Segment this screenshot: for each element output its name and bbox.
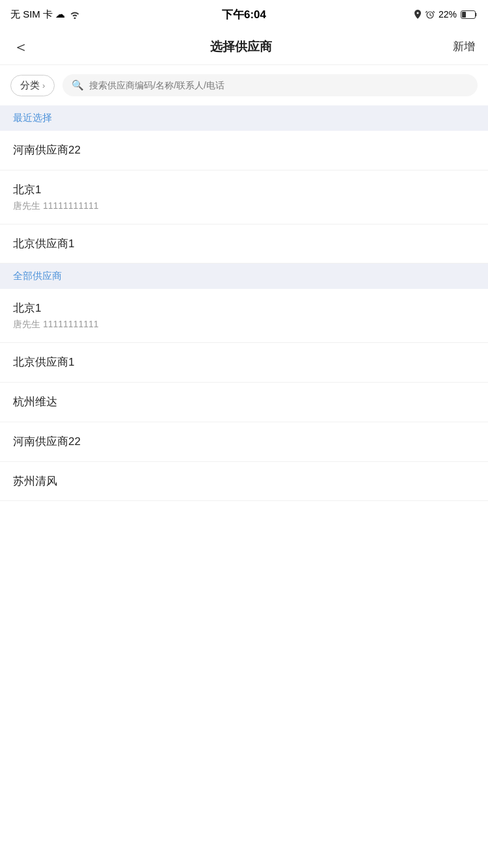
item-name: 杭州维达 (13, 394, 475, 410)
status-time: 下午6:04 (222, 7, 266, 22)
list-item[interactable]: 北京1唐先生 11111111111 (0, 289, 488, 343)
back-button[interactable]: ＜ (13, 39, 29, 55)
add-button[interactable]: 新增 (453, 39, 475, 54)
battery-percent: 22% (439, 9, 457, 20)
status-left: 无 SIM 卡 ☁ (10, 8, 81, 21)
status-bar: 无 SIM 卡 ☁ 下午6:04 22% (0, 0, 488, 29)
recent-section-header: 最近选择 (0, 105, 488, 131)
search-box[interactable]: 🔍 (62, 74, 478, 96)
all-section-header: 全部供应商 (0, 264, 488, 289)
list-item[interactable]: 北京1唐先生 11111111111 (0, 170, 488, 224)
chevron-right-icon: › (42, 81, 45, 90)
recent-section-label: 最近选择 (13, 112, 52, 123)
recent-list: 河南供应商22北京1唐先生 11111111111北京供应商1 (0, 131, 488, 264)
item-sub: 唐先生 11111111111 (13, 200, 475, 212)
list-item[interactable]: 北京供应商1 (0, 343, 488, 383)
svg-rect-2 (462, 12, 466, 18)
all-section-label: 全部供应商 (13, 270, 62, 281)
alarm-icon (426, 10, 435, 19)
item-name: 北京供应商1 (13, 355, 475, 370)
list-item[interactable]: 杭州维达 (0, 383, 488, 422)
filter-row: 分类 › 🔍 (0, 65, 488, 105)
status-right: 22% (414, 9, 478, 20)
battery-icon (461, 10, 478, 19)
list-item[interactable]: 北京供应商1 (0, 224, 488, 264)
category-filter-button[interactable]: 分类 › (10, 75, 55, 96)
search-input[interactable] (89, 80, 468, 90)
page-title: 选择供应商 (210, 38, 272, 55)
wifi-icon (69, 10, 81, 19)
item-name: 北京供应商1 (13, 236, 475, 252)
list-item[interactable]: 河南供应商22 (0, 422, 488, 462)
item-name: 北京1 (13, 301, 475, 316)
search-icon: 🔍 (72, 79, 84, 91)
item-name: 苏州清风 (13, 474, 475, 489)
list-item[interactable]: 河南供应商22 (0, 131, 488, 170)
item-name: 河南供应商22 (13, 434, 475, 450)
all-suppliers-list: 北京1唐先生 11111111111北京供应商1杭州维达河南供应商22苏州清风 (0, 289, 488, 501)
location-icon (414, 10, 422, 19)
sim-status: 无 SIM 卡 ☁ (10, 8, 65, 21)
item-name: 河南供应商22 (13, 142, 475, 158)
nav-bar: ＜ 选择供应商 新增 (0, 29, 488, 65)
item-name: 北京1 (13, 182, 475, 198)
item-sub: 唐先生 11111111111 (13, 319, 475, 331)
list-item[interactable]: 苏州清风 (0, 462, 488, 502)
category-label: 分类 (20, 79, 40, 92)
